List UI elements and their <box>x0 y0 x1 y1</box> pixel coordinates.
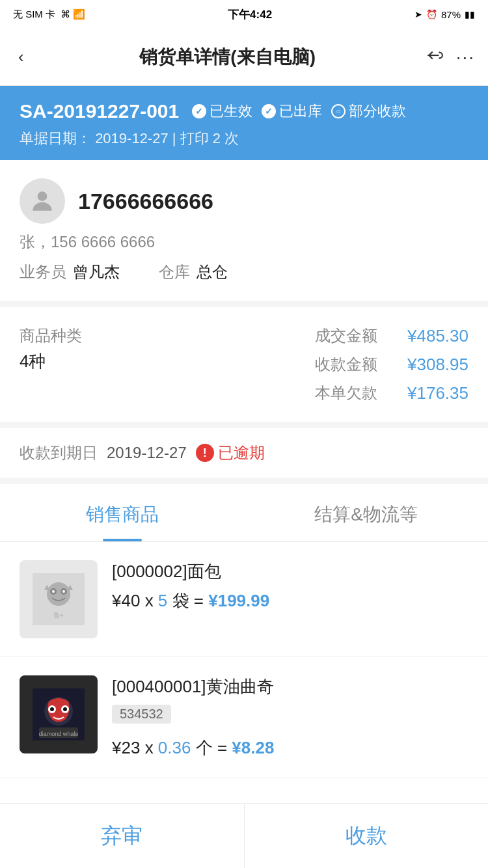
product-unit-1: 袋 <box>172 591 189 610</box>
svg-point-5 <box>52 590 55 593</box>
product-item-2: diamond whale [000400001]黄油曲奇 534532 ¥23… <box>0 657 488 778</box>
wifi-icon: ⌘︎ 📶 <box>61 8 85 20</box>
overdue-text: 已逾期 <box>218 442 265 463</box>
salesperson-value: 曾凡杰 <box>73 262 120 282</box>
location-icon: ➤ <box>414 9 422 20</box>
customer-row: 17666666666 <box>20 178 468 224</box>
svg-point-12 <box>50 707 54 711</box>
page-title: 销货单详情(来自电脑) <box>139 45 316 70</box>
customer-phone: 17666666666 <box>78 189 213 214</box>
check-icon-2: ✓ <box>262 104 276 118</box>
received-row: 收款金额 ¥308.95 <box>315 354 468 375</box>
badge-shipped: ✓ 已出库 <box>262 102 322 121</box>
product-equals-2: = <box>217 738 232 757</box>
date-label: 单据日期： <box>20 130 91 146</box>
check-icon-1: ✓ <box>192 104 206 118</box>
bottom-bar: 弃审 收款 <box>0 803 488 868</box>
status-badges: ✓ 已生效 ✓ 已出库 ○ 部分收款 <box>192 102 406 121</box>
warehouse-label: 仓库 <box>159 262 190 282</box>
avatar <box>20 178 65 224</box>
battery-icon: ▮▮ <box>465 9 475 20</box>
product-code-1: [0000002] <box>112 562 187 581</box>
svg-point-6 <box>62 590 65 593</box>
product-total-1: ¥199.99 <box>208 591 269 610</box>
product-price-2: ¥23 x 0.36 个 = ¥8.28 <box>112 737 468 759</box>
warehouse-value: 总仓 <box>197 262 228 282</box>
more-button[interactable]: ··· <box>456 47 475 68</box>
alarm-icon: ⏰ <box>426 9 437 20</box>
product-code-2: [000400001] <box>112 677 206 696</box>
deal-amount-value: ¥485.30 <box>390 326 468 346</box>
tab-settlement[interactable]: 结算&物流等 <box>244 484 488 541</box>
received-value: ¥308.95 <box>390 355 468 375</box>
customer-name: 张，156 6666 6666 <box>20 232 468 252</box>
overdue-icon: ! <box>196 444 214 462</box>
badge-partial-label: 部分收款 <box>349 102 406 121</box>
nav-actions: ··· <box>426 47 475 68</box>
summary-section: 商品种类 4种 成交金额 ¥485.30 收款金额 ¥308.95 本单欠款 ¥… <box>0 307 488 422</box>
tab-underline <box>103 539 142 541</box>
tab-sales-products[interactable]: 销售商品 <box>0 484 244 541</box>
svg-point-2 <box>47 582 70 606</box>
summary-left: 商品种类 4种 <box>20 325 82 373</box>
product-info-1: [0000002]面包 ¥40 x 5 袋 = ¥199.99 <box>112 560 468 612</box>
warehouse-item: 仓库 总仓 <box>159 262 228 282</box>
product-total-2: ¥8.28 <box>232 738 274 757</box>
product-multiply-2: x <box>145 738 158 757</box>
collect-payment-button[interactable]: 收款 <box>245 804 489 868</box>
svg-point-13 <box>63 707 67 711</box>
share-button[interactable] <box>426 47 443 68</box>
product-qty-2: 0.36 <box>158 738 191 757</box>
product-name-2: [000400001]黄油曲奇 <box>112 675 468 698</box>
tabs-row: 销售商品 结算&物流等 <box>0 484 488 541</box>
summary-right: 成交金额 ¥485.30 收款金额 ¥308.95 本单欠款 ¥176.35 <box>315 325 468 403</box>
carrier-label: 无 SIM 卡 <box>13 8 55 21</box>
product-info-2: [000400001]黄油曲奇 534532 ¥23 x 0.36 个 = ¥8… <box>112 675 468 759</box>
category-label: 商品种类 <box>20 325 82 346</box>
product-price-1: ¥40 x 5 袋 = ¥199.99 <box>112 590 468 612</box>
debt-label: 本单欠款 <box>315 383 377 403</box>
status-left: 无 SIM 卡 ⌘︎ 📶 <box>13 8 85 21</box>
product-tag-2: 534532 <box>112 705 171 724</box>
product-title-1: 面包 <box>187 562 221 581</box>
back-button[interactable]: ‹ <box>13 42 29 72</box>
badge-effective-label: 已生效 <box>210 102 252 121</box>
clock-icon: ○ <box>331 104 346 118</box>
product-thumb-1: 鲁+ <box>20 560 98 638</box>
status-right: ➤ ⏰ 87% ▮▮ <box>414 9 475 20</box>
salesperson-label: 业务员 <box>20 262 66 282</box>
svg-text:diamond whale: diamond whale <box>39 731 79 737</box>
status-bar: 无 SIM 卡 ⌘︎ 📶 下午4:42 ➤ ⏰ 87% ▮▮ <box>0 0 488 29</box>
due-section: 收款到期日 2019-12-27 ! 已逾期 <box>0 428 488 478</box>
product-unit-2: 个 <box>196 738 213 757</box>
badge-partial: ○ 部分收款 <box>331 102 406 121</box>
received-label: 收款金额 <box>315 354 377 375</box>
product-unit-price-2: ¥23 <box>112 738 140 757</box>
products-section: 鲁+ [0000002]面包 ¥40 x 5 袋 = ¥199.99 <box>0 542 488 843</box>
product-item: 鲁+ [0000002]面包 ¥40 x 5 袋 = ¥199.99 <box>0 542 488 657</box>
header-band-bottom: 单据日期： 2019-12-27 | 打印 2 次 <box>20 129 468 148</box>
product-qty-1: 5 <box>158 591 167 610</box>
svg-text:鲁+: 鲁+ <box>53 612 64 619</box>
order-number: SA-20191227-001 <box>20 100 179 122</box>
customer-section: 17666666666 张，156 6666 6666 业务员 曾凡杰 仓库 总… <box>0 160 488 301</box>
header-band-top: SA-20191227-001 ✓ 已生效 ✓ 已出库 ○ 部分收款 <box>20 100 468 122</box>
header-band: SA-20191227-001 ✓ 已生效 ✓ 已出库 ○ 部分收款 单据日期：… <box>0 86 488 160</box>
product-name-1: [0000002]面包 <box>112 560 468 583</box>
category-value: 4种 <box>20 350 82 373</box>
debt-value: ¥176.35 <box>390 383 468 403</box>
nav-bar: ‹ 销货单详情(来自电脑) ··· <box>0 29 488 86</box>
customer-meta: 业务员 曾凡杰 仓库 总仓 <box>20 262 468 282</box>
product-thumb-2: diamond whale <box>20 675 98 753</box>
salesperson-item: 业务员 曾凡杰 <box>20 262 120 282</box>
due-date-value: 2019-12-27 <box>107 444 187 462</box>
date-value: 2019-12-27 <box>95 130 169 146</box>
due-label: 收款到期日 <box>20 442 98 463</box>
product-unit-price-1: ¥40 <box>112 591 140 610</box>
tab-settlement-label: 结算&物流等 <box>314 504 418 524</box>
debt-row: 本单欠款 ¥176.35 <box>315 383 468 403</box>
product-title-2: 黄油曲奇 <box>206 677 274 696</box>
cancel-review-button[interactable]: 弃审 <box>0 804 245 868</box>
badge-shipped-label: 已出库 <box>279 102 322 121</box>
badge-effective: ✓ 已生效 <box>192 102 252 121</box>
